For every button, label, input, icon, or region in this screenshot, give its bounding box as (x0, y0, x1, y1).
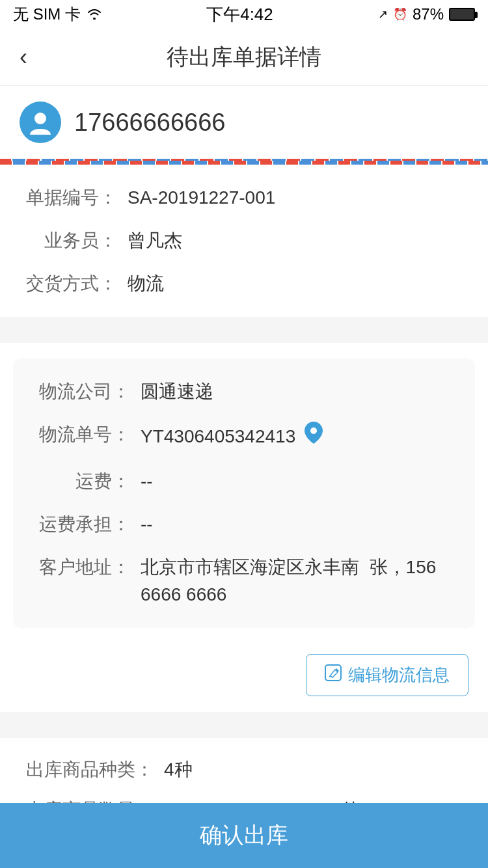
logistics-company-row: 物流公司： 圆通速递 (39, 378, 449, 405)
logistics-tracking-value: YT4306405342413 (141, 421, 449, 452)
logistics-company-label: 物流公司： (39, 378, 130, 405)
page-content: 17666666666 单据编号： SA-20191227-001 业务员： 曾… (0, 86, 488, 868)
logistics-tracking-row: 物流单号： YT4306405342413 (39, 421, 449, 452)
carrier-label: 无 SIM 卡 (13, 4, 81, 25)
edit-btn-container: 编辑物流信息 (0, 638, 488, 712)
logistics-card: 物流公司： 圆通速递 物流单号： YT4306405342413 (13, 359, 475, 628)
alarm-icon: ⏰ (393, 7, 407, 21)
separator-2 (0, 725, 488, 738)
delivery-method-row: 交货方式： 物流 (26, 270, 462, 297)
edit-logistics-label: 编辑物流信息 (348, 664, 450, 686)
freight-bearer-value: -- (141, 511, 449, 538)
svg-point-1 (310, 427, 317, 434)
location-pin-icon[interactable] (305, 421, 323, 452)
sales-person-value: 曾凡杰 (128, 227, 462, 254)
delivery-method-value: 物流 (128, 270, 462, 297)
document-info-section: 单据编号： SA-20191227-001 业务员： 曾凡杰 交货方式： 物流 (0, 165, 488, 317)
logistics-tracking-label: 物流单号： (39, 421, 130, 448)
sales-person-label: 业务员： (26, 227, 117, 254)
logistics-section: 物流公司： 圆通速递 物流单号： YT4306405342413 (0, 343, 488, 712)
location-icon: ↗ (378, 7, 388, 21)
goods-types-row: 出库商品种类： 4种 (26, 757, 462, 782)
edit-icon (325, 664, 342, 686)
doc-number-value: SA-20191227-001 (128, 184, 462, 211)
customer-phone: 17666666666 (74, 109, 225, 137)
address-label: 客户地址： (39, 554, 130, 581)
status-time: 下午4:42 (206, 3, 273, 26)
goods-types-label: 出库商品种类： (26, 757, 154, 782)
separator-1 (0, 330, 488, 343)
freight-label: 运费： (39, 468, 130, 495)
logistics-card-wrapper: 物流公司： 圆通速递 物流单号： YT4306405342413 (0, 343, 488, 638)
customer-section: 17666666666 (0, 86, 488, 161)
tracking-number: YT4306405342413 (141, 423, 295, 450)
battery-icon (449, 8, 475, 21)
logistics-company-value: 圆通速递 (141, 378, 449, 405)
status-bar: 无 SIM 卡 下午4:42 ↗ ⏰ 87% (0, 0, 488, 29)
sales-person-row: 业务员： 曾凡杰 (26, 227, 462, 254)
freight-bearer-label: 运费承担： (39, 511, 130, 538)
confirm-button[interactable]: 确认出库 (0, 803, 488, 868)
confirm-button-label: 确认出库 (200, 821, 288, 850)
wifi-icon (87, 5, 102, 23)
freight-bearer-row: 运费承担： -- (39, 511, 449, 538)
back-button[interactable]: ‹ (13, 37, 34, 77)
status-right: ↗ ⏰ 87% (378, 5, 475, 23)
avatar (20, 102, 61, 143)
edit-logistics-button[interactable]: 编辑物流信息 (306, 654, 468, 696)
address-row: 客户地址： 北京市市辖区海淀区永丰南 张，156 6666 6666 (39, 554, 449, 608)
freight-value: -- (141, 468, 449, 495)
delivery-method-label: 交货方式： (26, 270, 117, 297)
battery-percent: 87% (413, 5, 444, 23)
nav-bar: ‹ 待出库单据详情 (0, 29, 488, 86)
svg-rect-2 (325, 665, 341, 681)
page-title: 待出库单据详情 (167, 42, 321, 72)
doc-number-label: 单据编号： (26, 184, 117, 211)
svg-point-0 (34, 113, 46, 124)
freight-row: 运费： -- (39, 468, 449, 495)
address-value: 北京市市辖区海淀区永丰南 张，156 6666 6666 (141, 554, 449, 608)
goods-types-value: 4种 (164, 757, 193, 782)
doc-number-row: 单据编号： SA-20191227-001 (26, 184, 462, 211)
status-left: 无 SIM 卡 (13, 4, 102, 25)
